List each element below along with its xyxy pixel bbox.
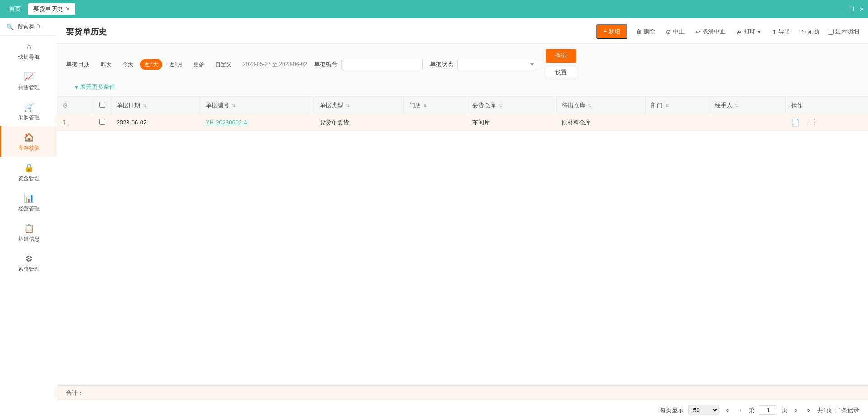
expand-more-button[interactable]: ▾ 展开更多条件 — [66, 83, 859, 91]
table-footer: 合计： — [57, 385, 868, 401]
tab-requisition-history[interactable]: 要货单历史 ✕ — [28, 3, 75, 15]
suspend-label: 中止 — [673, 28, 684, 36]
cancel-suspend-button[interactable]: ↩ 取消中止 — [693, 26, 728, 38]
sidebar-item-purchase-mgmt[interactable]: 🛒 采购管理 — [0, 96, 57, 126]
search-icon: 🔍 — [6, 24, 14, 30]
export-button[interactable]: ⬆ 导出 — [769, 26, 793, 38]
row-checkbox[interactable] — [99, 119, 105, 125]
next-page-button[interactable]: › — [792, 406, 799, 414]
sidebar-item-ops[interactable]: 📊 经营管理 — [0, 187, 57, 217]
col-doc-type[interactable]: 单据类型 ⇅ — [314, 97, 403, 114]
row-doc-no: YH-20230602-4 — [200, 114, 314, 131]
sidebar-search-label: 搜索菜单 — [17, 23, 41, 31]
date-btn-1month[interactable]: 近1月 — [165, 59, 187, 70]
filter-area: 单据日期 昨天 今天 近7天 近1月 更多 自定义 2023-05-27 至 2… — [57, 44, 868, 97]
row-checkbox-cell — [94, 114, 111, 131]
date-btn-more[interactable]: 更多 — [189, 59, 208, 70]
suspend-button[interactable]: ⊘ 中止 — [663, 26, 687, 38]
export-icon: ⬆ — [772, 29, 777, 35]
cancel-suspend-label: 取消中止 — [702, 28, 726, 36]
first-page-button[interactable]: « — [723, 406, 732, 414]
sidebar-item-system[interactable]: ⚙ 系统管理 — [0, 248, 57, 278]
print-dropdown-icon: ▾ — [758, 29, 761, 35]
sidebar-item-ops-label: 经营管理 — [18, 205, 40, 213]
suspend-icon: ⊘ — [666, 29, 671, 35]
date-btn-7days[interactable]: 近7天 — [140, 59, 162, 70]
cancel-suspend-icon: ↩ — [695, 29, 700, 35]
select-all-checkbox[interactable] — [99, 102, 105, 108]
new-button[interactable]: + 新增 — [596, 24, 627, 39]
date-btn-custom[interactable]: 自定义 — [211, 59, 236, 70]
col-doc-type-label: 单据类型 — [320, 102, 343, 109]
last-page-button[interactable]: » — [804, 406, 812, 414]
top-bar: 首页 要货单历史 ✕ ❐ ✕ — [0, 0, 868, 18]
col-store-label: 门店 — [409, 102, 421, 109]
tab-close-icon[interactable]: ✕ — [66, 6, 70, 12]
finance-icon: 🔒 — [24, 163, 34, 173]
page-unit: 页 — [782, 406, 788, 414]
prev-page-button[interactable]: ‹ — [737, 406, 744, 414]
print-button[interactable]: 🖨 打印 ▾ — [734, 26, 764, 38]
col-dept[interactable]: 部门 ⇅ — [645, 97, 709, 114]
sales-icon: 📈 — [24, 72, 34, 82]
page-size-select[interactable]: 50 10 20 100 — [688, 405, 719, 415]
chevron-down-icon: ▾ — [75, 84, 78, 90]
doc-status-select[interactable] — [457, 59, 538, 70]
doc-no-filter: 单据编号 — [314, 59, 423, 70]
sidebar-item-sales-mgmt[interactable]: 📈 销售管理 — [0, 66, 57, 96]
filter-action-btns: 查询 设置 — [546, 49, 576, 79]
date-range-display: 2023-05-27 至 2023-06-02 — [243, 61, 307, 68]
sidebar-item-system-label: 系统管理 — [18, 266, 40, 273]
col-req-warehouse[interactable]: 要货仓库 ⇅ — [467, 97, 556, 114]
sidebar-item-basic-info[interactable]: 📋 基础信息 — [0, 217, 57, 248]
restore-icon[interactable]: ❐ — [849, 6, 854, 13]
col-action-label: 操作 — [791, 102, 803, 109]
col-settings[interactable]: ⚙ — [57, 97, 94, 114]
row-actions: 📄 ⋮⋮ — [785, 114, 868, 131]
page-info-prefix: 第 — [749, 406, 755, 414]
refresh-button[interactable]: ↻ 刷新 — [798, 26, 822, 38]
system-icon: ⚙ — [25, 254, 33, 264]
col-handler[interactable]: 经手人 ⇅ — [709, 97, 785, 114]
col-doc-no[interactable]: 单据编号 ⇅ — [200, 97, 314, 114]
row-edit-icon[interactable]: 📄 — [791, 118, 800, 127]
sidebar-item-finance[interactable]: 🔒 资金管理 — [0, 157, 57, 187]
sort-store-icon: ⇅ — [423, 103, 427, 108]
sidebar-item-inventory[interactable]: 🏠 库存核算 — [0, 126, 57, 157]
data-table: ⚙ 单据日期 ⇅ 单据编号 ⇅ 单据类型 — [57, 97, 868, 131]
col-doc-date[interactable]: 单据日期 ⇅ — [111, 97, 200, 114]
display-detail-toggle[interactable]: 显示明细 — [828, 28, 859, 36]
col-pending-warehouse[interactable]: 待出仓库 ⇅ — [556, 97, 645, 114]
sidebar: 🔍 搜索菜单 ⌂ 快捷导航 📈 销售管理 🛒 采购管理 🏠 库存核算 🔒 资金管… — [0, 18, 57, 419]
col-dept-label: 部门 — [651, 102, 663, 109]
col-store[interactable]: 门店 ⇅ — [403, 97, 467, 114]
row-seq: 1 — [57, 114, 94, 131]
filter-settings-button[interactable]: 设置 — [546, 66, 576, 79]
sidebar-search[interactable]: 🔍 搜索菜单 — [0, 18, 57, 36]
display-detail-label: 显示明细 — [835, 28, 859, 36]
page-number-input[interactable] — [759, 405, 777, 415]
tab-requisition-label: 要货单历史 — [33, 5, 63, 13]
doc-no-input[interactable] — [341, 59, 423, 70]
row-more-icon[interactable]: ⋮⋮ — [803, 118, 818, 127]
sidebar-item-quick-nav[interactable]: ⌂ 快捷导航 — [0, 36, 57, 66]
top-bar-right: ❐ ✕ — [849, 6, 864, 13]
date-btn-today[interactable]: 今天 — [118, 59, 137, 70]
purchase-icon: 🛒 — [24, 102, 34, 112]
pagination-bar: 每页显示 50 10 20 100 « ‹ 第 页 › » 共1页，1条记录 — [57, 401, 868, 419]
sort-req-wh-icon: ⇅ — [499, 103, 502, 108]
col-pending-wh-label: 待出仓库 — [562, 102, 585, 109]
tab-home[interactable]: 首页 — [4, 3, 26, 15]
doc-no-link[interactable]: YH-20230602-4 — [206, 119, 247, 126]
display-detail-checkbox[interactable] — [828, 29, 834, 35]
delete-button[interactable]: 🗑 删除 — [633, 26, 658, 38]
basic-info-icon: 📋 — [24, 224, 34, 233]
sort-dept-icon: ⇅ — [665, 103, 669, 108]
query-button[interactable]: 查询 — [546, 49, 576, 63]
date-filter-label: 单据日期 — [66, 60, 90, 68]
date-btn-yesterday[interactable]: 昨天 — [97, 59, 116, 70]
close-window-icon[interactable]: ✕ — [859, 6, 864, 13]
sort-handler-icon: ⇅ — [735, 103, 738, 108]
row-doc-date: 2023-06-02 — [111, 114, 200, 131]
filter-row-1: 单据日期 昨天 今天 近7天 近1月 更多 自定义 2023-05-27 至 2… — [66, 49, 859, 79]
